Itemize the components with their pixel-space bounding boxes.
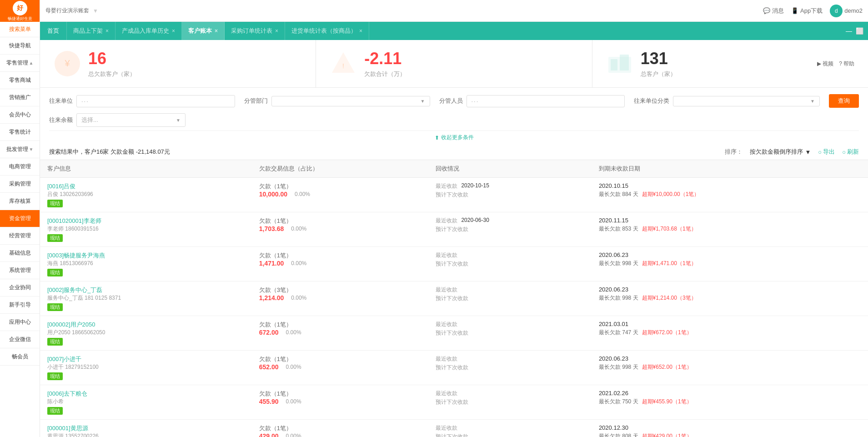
sort-chevron-icon: ▼ (805, 149, 811, 156)
stats-row: ¥ 16 总欠款客户（家） ! (40, 40, 868, 88)
debt-amount[interactable]: 10,000.00 (259, 191, 287, 198)
due-date: 2020.06.23 (599, 286, 861, 293)
debt-count: 欠款（1笔） (259, 182, 421, 191)
sidebar-item-apps[interactable]: 应用中心 (0, 314, 40, 331)
sidebar-item-stock[interactable]: 库存核算 (0, 193, 40, 210)
user-menu[interactable]: d demo2 (830, 5, 863, 17)
debt-amount[interactable]: 455.90 (259, 398, 279, 405)
table-row: [0002]服务中心_丁磊 服务中心_丁磊 181 0125 8371 现结 欠… (40, 281, 868, 316)
content-area: ¥ 16 总欠款客户（家） ! (40, 40, 868, 437)
sidebar-item-purchase[interactable]: 采购管理 (0, 176, 40, 193)
sidebar-item-system[interactable]: 系统管理 (0, 262, 40, 279)
tab-purchase-stats-by-product[interactable]: 进货单统计表（按商品） × (285, 22, 369, 40)
next-collection: 预计下次收款 (436, 364, 584, 372)
sidebar-item-retail-mall[interactable]: 零售商城 (0, 72, 40, 89)
message-btn[interactable]: 💬 消息 (763, 7, 784, 15)
overdue-amount[interactable]: 超期¥1,214.00（3笔） (642, 294, 697, 302)
collection-info-cell: 最近收款 预计下次收款 (428, 420, 591, 437)
customer-name-link[interactable]: [0001020001]李老师 (47, 217, 101, 224)
tab-customer-account[interactable]: 客户账本 × (182, 22, 225, 40)
overdue-amount[interactable]: 超期¥10,000.00（1笔） (642, 191, 700, 198)
app-download-btn[interactable]: 📱 App下载 (791, 7, 823, 15)
overdue-amount[interactable]: 超期¥429.00（1笔） (642, 432, 692, 437)
customer-name-link[interactable]: [000001]黄思源 (47, 425, 88, 432)
export-btn[interactable]: ○ 导出 (818, 148, 835, 156)
due-date-cell: 2020.06.23 最长欠款 998 天 超期¥652.00（1笔） (592, 351, 868, 385)
help-btn[interactable]: ? 帮助 (839, 60, 854, 68)
debt-count: 欠款（1笔） (259, 217, 421, 225)
sidebar-item-search[interactable]: 搜索菜单 (0, 22, 40, 37)
sidebar-item-collab[interactable]: 企业协同 (0, 279, 40, 296)
debt-amount[interactable]: 1,471.00 (259, 260, 284, 267)
table-row: [0007]小进千 小进千 18279152100 现结 欠款（1笔） 652.… (40, 351, 868, 385)
collapse-bar[interactable]: ⬆ 收起更多条件 (49, 131, 859, 144)
debt-amount[interactable]: 652.00 (259, 363, 279, 371)
sidebar-item-member[interactable]: 会员中心 (0, 106, 40, 124)
filter-row-1: 往来单位 ··· 分管部门 ▼ 分管人员 (49, 94, 859, 108)
customer-info-cell: [0007]小进千 小进千 18279152100 现结 (40, 351, 252, 385)
svg-text:¥: ¥ (64, 58, 70, 68)
sidebar-item-enterprise-wechat[interactable]: 企业微信 (0, 331, 40, 348)
tab-purchase-order-stats[interactable]: 采购订单统计表 × (225, 22, 285, 40)
search-button[interactable]: 查询 (829, 94, 859, 108)
customer-name-link[interactable]: [000002]用户2050 (47, 321, 95, 328)
tab-production-history[interactable]: 产成品入库单历史 × (115, 22, 182, 40)
sidebar-item-wholesale[interactable]: 批发管理 ▼ (0, 141, 40, 158)
customer-name-link[interactable]: [0003]畅捷服务尹海燕 (47, 252, 105, 259)
filter-input-unit[interactable]: ··· (76, 95, 235, 107)
video-btn[interactable]: ▶ 视频 (817, 60, 833, 68)
debt-customer-label: 总欠款客户（家） (88, 70, 135, 78)
filter-select-dept[interactable]: ▼ (271, 96, 430, 106)
overdue-amount[interactable]: 超期¥455.90（1笔） (642, 398, 692, 406)
topbar-right: 💬 消息 📱 App下载 d demo2 (763, 5, 863, 17)
filter-input-person[interactable]: ··· (467, 95, 625, 107)
sidebar-item-marketing[interactable]: 营销推广 (0, 89, 40, 106)
sort-select[interactable]: 按欠款金额倒序排序 ▼ (750, 148, 811, 156)
debt-amount[interactable]: 1,703.68 (259, 225, 284, 232)
debt-amount[interactable]: 429.00 (259, 432, 279, 437)
sidebar-item-vip[interactable]: 畅会员 (0, 348, 40, 366)
overdue-amount[interactable]: 超期¥1,703.68（1笔） (642, 225, 697, 233)
debt-amount[interactable]: 672.00 (259, 329, 279, 336)
sidebar-item-guide[interactable]: 新手引导 (0, 296, 40, 314)
debt-amount[interactable]: 1,214.00 (259, 294, 284, 301)
tabs-minimize-icon[interactable]: — (846, 27, 852, 35)
tab-home[interactable]: 首页 (40, 22, 67, 40)
next-collection: 预计下次收款 (436, 433, 584, 437)
filter-select-balance[interactable]: 选择... ▼ (76, 113, 186, 127)
tab-close-1[interactable]: × (172, 28, 175, 34)
sidebar-item-quick-nav[interactable]: 快捷导航 (0, 37, 40, 55)
overdue-days: 最长欠款 998 天 (599, 294, 638, 302)
tabs-maximize-icon[interactable]: ⬜ (856, 27, 863, 35)
filter-select-unit-type[interactable]: ▼ (673, 96, 820, 106)
filter-group-unit-type: 往来单位分类 ▼ (634, 96, 820, 106)
sidebar-item-finance[interactable]: 资金管理 (0, 210, 40, 227)
overdue-amount[interactable]: 超期¥1,471.00（1笔） (642, 260, 697, 267)
recent-collection: 最近收款 (436, 390, 584, 397)
tab-close-2[interactable]: × (215, 28, 218, 34)
refresh-btn[interactable]: ○ 刷新 (842, 148, 859, 156)
sidebar-item-retail-mgmt[interactable]: 零售管理 ▲ (0, 55, 40, 72)
tab-close-0[interactable]: × (105, 28, 109, 34)
sidebar-item-business[interactable]: 经营管理 (0, 227, 40, 245)
tab-close-3[interactable]: × (275, 28, 278, 34)
overdue-days: 最长欠款 998 天 (599, 363, 638, 371)
due-date: 2020.06.23 (599, 251, 861, 258)
overdue-days: 最长欠款 747 天 (599, 329, 638, 337)
stat-icon-1: ¥ (54, 50, 81, 77)
table-row: [0001020001]李老师 李老师 18600391516 现结 欠款（1笔… (40, 212, 868, 247)
customer-name-link[interactable]: [0016]吕俊 (47, 183, 75, 190)
due-date: 2020.11.15 (599, 217, 861, 224)
collection-info-cell: 最近收款 预计下次收款 (428, 385, 591, 420)
customer-name-link[interactable]: [0002]服务中心_丁磊 (47, 286, 102, 293)
topbar: 母婴行业演示账套 ▼ 💬 消息 📱 App下载 d demo2 (40, 0, 868, 22)
overdue-amount[interactable]: 超期¥672.00（1笔） (642, 329, 692, 337)
sidebar-item-ecom[interactable]: 电商管理 (0, 158, 40, 176)
customer-name-link[interactable]: [0006]去下粮仓 (47, 390, 87, 397)
tab-close-4[interactable]: × (359, 28, 362, 34)
tab-product-listing[interactable]: 商品上下架 × (67, 22, 115, 40)
customer-name-link[interactable]: [0007]小进千 (47, 356, 81, 362)
overdue-amount[interactable]: 超期¥652.00（1笔） (642, 363, 692, 371)
sidebar-item-base-info[interactable]: 基础信息 (0, 245, 40, 262)
sidebar-item-retail-stats[interactable]: 零售统计 (0, 124, 40, 141)
